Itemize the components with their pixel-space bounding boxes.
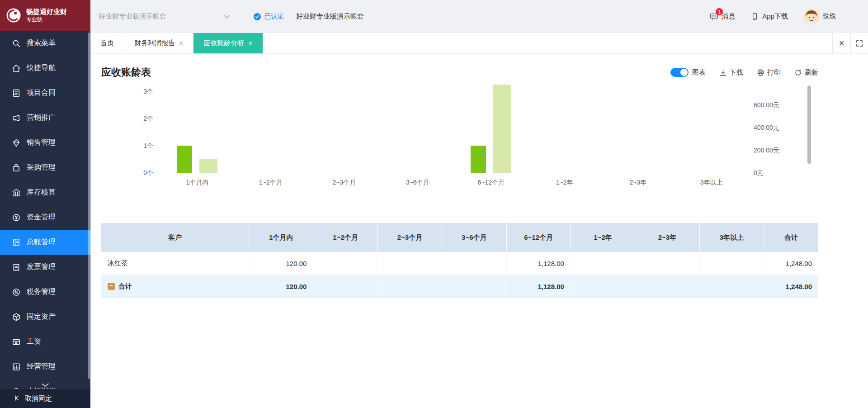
customer-cell: 冰红茶	[101, 252, 249, 275]
tabbar: 首页 财务利润报告 × 应收账龄分析 × ×	[90, 33, 868, 54]
ledger-icon	[12, 238, 21, 247]
left-axis-tick: 0个	[143, 169, 153, 177]
download-icon	[719, 69, 727, 76]
column-header: 1~2年	[571, 223, 635, 252]
x-axis-label: 1~2年	[528, 179, 602, 187]
x-axis-label: 3年以上	[675, 179, 749, 187]
tab-home[interactable]: 首页	[90, 33, 124, 53]
page-header: 应收账龄表 图表 下载 打印	[101, 61, 818, 84]
sidebar-item-fixed-assets[interactable]: 固定资产	[0, 304, 90, 329]
sidebar-item-project-contract[interactable]: 项目合同	[0, 81, 90, 105]
brand-name: 畅捷通好业财	[26, 7, 67, 16]
sidebar-item-invoice-mgmt[interactable]: 发票管理	[0, 255, 90, 280]
content-scrollbar[interactable]	[807, 85, 811, 164]
percent-icon	[12, 288, 21, 297]
warehouse-icon	[12, 188, 21, 197]
x-axis-label: 3~6个月	[381, 179, 455, 187]
toggle-switch-icon[interactable]	[670, 68, 689, 77]
column-header: 1个月内	[249, 223, 313, 252]
tab-close-icon[interactable]: ×	[248, 40, 252, 47]
app-download-button[interactable]: App下载	[750, 12, 788, 21]
contract-icon	[12, 89, 21, 98]
amount-bar	[199, 159, 217, 173]
sidebar-item-tax-mgmt[interactable]: 税务管理	[0, 280, 90, 304]
user-menu[interactable]: 珠珠	[803, 9, 836, 25]
tab-aging-analysis[interactable]: 应收账龄分析 ×	[193, 33, 262, 53]
x-axis-label: 1~2个月	[234, 179, 308, 187]
sidebar-item-funds-mgmt[interactable]: 资金管理	[0, 205, 90, 230]
total-icon	[108, 283, 115, 290]
refresh-icon	[794, 69, 802, 76]
refresh-button[interactable]: 刷新	[794, 68, 818, 77]
tab-close-icon[interactable]: ×	[179, 40, 183, 47]
menu-scroll-down-icon[interactable]	[0, 383, 90, 387]
left-axis-tick: 1个	[143, 142, 153, 150]
close-tabs-button[interactable]: ×	[833, 33, 850, 53]
chart-x-labels: 1个月内1~2个月2~3个月3~6个月6~12个月1~2年2~3年3年以上	[160, 173, 748, 187]
megaphone-icon	[12, 114, 21, 123]
sidebar-item-marketing[interactable]: 营销推广	[0, 105, 90, 130]
total-label: 合计	[118, 282, 132, 291]
app-window: 畅捷通好业财 专业版 搜索菜单 快捷导航 项目合同 营销推广	[0, 0, 868, 408]
chart-icon	[12, 362, 21, 371]
verified-badge: 已认证	[253, 12, 284, 21]
messages-button[interactable]: 1 消息	[710, 12, 735, 21]
right-axis-tick: 0元	[754, 169, 764, 177]
right-axis-tick: 400.00元	[754, 124, 779, 132]
download-button[interactable]: 下载	[719, 68, 743, 77]
chart-bar-group	[454, 85, 528, 173]
sidebar-item-general-ledger[interactable]: 总账管理	[0, 230, 90, 255]
left-axis: 0个1个2个3个	[101, 85, 160, 173]
aging-chart: 0个1个2个3个 0元200.00元400.00元600.00元 1个月内1~2…	[101, 85, 818, 187]
unpin-button[interactable]: 取消固定	[0, 389, 90, 408]
avatar	[803, 9, 820, 25]
invoice-icon	[12, 263, 21, 272]
print-button[interactable]: 打印	[757, 68, 781, 77]
fullscreen-button[interactable]	[850, 33, 868, 53]
account-dropdown[interactable]: 好业财专业版演示帐套	[99, 12, 230, 21]
column-header: 2~3年	[635, 223, 699, 252]
unpin-icon	[14, 394, 21, 403]
content: 应收账龄表 图表 下载 打印	[90, 54, 868, 408]
sidebar-item-search-menu[interactable]: 搜索菜单	[0, 31, 90, 56]
phone-icon	[750, 12, 759, 21]
username: 珠珠	[823, 12, 836, 21]
column-header: 1~2个月	[313, 223, 377, 252]
chart-bar-group	[675, 85, 749, 173]
printer-icon	[757, 69, 764, 76]
verified-icon	[253, 13, 261, 21]
chart-plot	[160, 85, 748, 173]
page-title: 应收账龄表	[101, 66, 151, 79]
count-bar	[177, 146, 192, 173]
x-axis-label: 2~3个月	[307, 179, 381, 187]
sidebar-item-inventory-accounting[interactable]: 库存核算	[0, 180, 90, 205]
table-row: 冰红茶 120.00 1,128.00 1,248.00	[101, 252, 818, 275]
chart-bar-group	[528, 85, 602, 173]
brand: 畅捷通好业财 专业版	[0, 0, 90, 31]
account-title: 好业财专业版演示帐套	[296, 12, 364, 21]
x-axis-label: 2~3年	[601, 179, 675, 187]
sidebar-item-purchase-mgmt[interactable]: 采购管理	[0, 155, 90, 180]
chart-bar-group	[160, 85, 234, 173]
home-icon	[12, 64, 21, 73]
tab-profit-report[interactable]: 财务利润报告 ×	[124, 33, 193, 53]
chart-bar-group	[307, 85, 381, 173]
sidebar-scrollbar[interactable]	[88, 33, 90, 379]
topbar: 好业财专业版演示帐套 已认证 好业财专业版演示帐套 1 消息 App下载	[90, 0, 868, 33]
sidebar-item-payroll[interactable]: 工资	[0, 329, 90, 354]
tabbar-controls: ×	[832, 33, 868, 53]
coin-icon	[12, 213, 21, 222]
sidebar-item-quick-nav[interactable]: 快捷导航	[0, 56, 90, 81]
fullscreen-icon	[856, 40, 863, 47]
sidebar-item-business-mgmt[interactable]: 经营管理	[0, 354, 90, 379]
sidebar-menu: 搜索菜单 快捷导航 项目合同 营销推广 销售管理 采购管理	[0, 31, 90, 389]
column-header: 2~3个月	[378, 223, 442, 252]
aging-table: 客户 1个月内 1~2个月 2~3个月 3~6个月 6~12个月 1~2年 2~…	[101, 223, 818, 298]
x-axis-label: 1个月内	[160, 179, 234, 187]
left-axis-tick: 3个	[143, 88, 153, 96]
table-total-row: 合计 120.00 1,128.00 1,248.00	[101, 275, 818, 298]
sidebar-item-sales-mgmt[interactable]: 销售管理	[0, 130, 90, 155]
table-header-row: 客户 1个月内 1~2个月 2~3个月 3~6个月 6~12个月 1~2年 2~…	[101, 223, 818, 252]
chart-toggle[interactable]: 图表	[670, 68, 706, 77]
chevron-down-icon	[224, 15, 230, 19]
